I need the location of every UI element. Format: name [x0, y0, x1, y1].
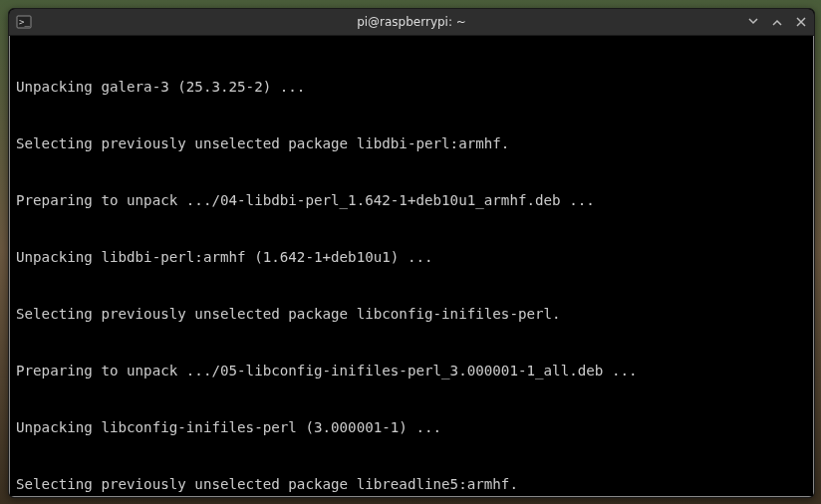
terminal-line: Selecting previously unselected package …	[16, 305, 807, 324]
terminal-line: Preparing to unpack .../05-libconfig-ini…	[16, 362, 807, 380]
terminal-line: Unpacking galera-3 (25.3.25-2) ...	[16, 78, 807, 97]
terminal-body[interactable]: Unpacking galera-3 (25.3.25-2) ... Selec…	[9, 36, 814, 497]
window-controls	[746, 9, 808, 35]
terminal-icon: >_	[15, 13, 33, 31]
titlebar[interactable]: >_ pi@raspberrypi: ~	[9, 9, 814, 36]
minimize-button[interactable]	[746, 15, 760, 29]
window-title: pi@raspberrypi: ~	[357, 15, 466, 29]
terminal-line: Selecting previously unselected package …	[16, 134, 807, 153]
terminal-line: Unpacking libconfig-inifiles-perl (3.000…	[16, 418, 807, 437]
terminal-window: >_ pi@raspberrypi: ~ Unpacking galera-3 …	[8, 8, 815, 498]
terminal-line: Selecting previously unselected package …	[16, 475, 807, 494]
terminal-line: Preparing to unpack .../04-libdbi-perl_1…	[16, 191, 807, 210]
close-button[interactable]	[794, 15, 808, 29]
svg-text:>_: >_	[19, 17, 30, 27]
terminal-line: Unpacking libdbi-perl:armhf (1.642-1+deb…	[16, 248, 807, 267]
maximize-button[interactable]	[770, 15, 784, 29]
